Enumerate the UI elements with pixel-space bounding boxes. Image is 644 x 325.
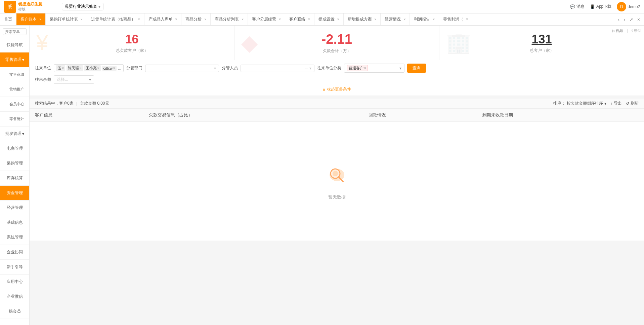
- tab-product-analysis-list-label: 商品分析列表: [215, 16, 239, 22]
- tab-customer-segment[interactable]: 客户分层经营 ×: [248, 13, 285, 26]
- tab-new-promotion[interactable]: 新增提成方案 ×: [344, 13, 381, 26]
- sidebar-retail-label: 零售管理: [5, 57, 22, 63]
- company-select[interactable]: 母婴行业演示账套 ▾: [62, 3, 103, 10]
- remove-tag-wu[interactable]: ×: [62, 66, 64, 70]
- tab-scroll-left[interactable]: ‹: [616, 17, 621, 22]
- filter-tag-wang: 王小亮 ×: [84, 65, 101, 71]
- dept-select[interactable]: ··· ▾: [145, 65, 219, 72]
- col-overdue-info: 欠款交易信息（占比）: [143, 109, 363, 122]
- tab-profit-report[interactable]: 利润报告 ×: [410, 13, 439, 26]
- sidebar-item-retail[interactable]: 零售管理 ▾: [0, 52, 29, 67]
- remove-tag-chen[interactable]: ×: [80, 66, 82, 70]
- dept-label: 分管部门: [126, 65, 142, 71]
- close-icon[interactable]: ×: [466, 17, 468, 21]
- results-amount: 欠款金额 0.00元: [80, 101, 109, 106]
- sidebar-item-finance[interactable]: 资金管理: [0, 186, 29, 201]
- sidebar-item-marketing[interactable]: 营销推广: [0, 82, 29, 97]
- app-download-button[interactable]: 📱 App下载: [590, 4, 611, 9]
- close-icon[interactable]: ×: [175, 17, 177, 21]
- tab-product-purchase[interactable]: 产成品入库单 ×: [144, 13, 182, 26]
- tab-scroll-right[interactable]: ›: [622, 17, 627, 22]
- sidebar-basic-info-label: 基础信息: [7, 220, 23, 225]
- tab-home[interactable]: 首页: [0, 13, 16, 26]
- refresh-button[interactable]: ↺ 刷新: [626, 101, 639, 106]
- close-icon[interactable]: ×: [138, 17, 140, 21]
- export-button[interactable]: ↑ 导出: [610, 101, 622, 106]
- col-payment-status: 回款情况: [363, 109, 477, 122]
- balance-select[interactable]: 选择... ▾: [54, 75, 94, 84]
- sidebar-item-app-center[interactable]: 应用中心: [0, 275, 29, 289]
- person-clear-icon[interactable]: ···: [305, 66, 308, 71]
- unit-type-select[interactable]: 普通客户 × ▾: [344, 64, 404, 73]
- svg-point-3: [333, 171, 338, 176]
- tab-customer-contact[interactable]: 客户联络 ×: [285, 13, 314, 26]
- dept-clear-icon[interactable]: ···: [210, 66, 213, 71]
- sidebar-item-ecommerce[interactable]: 电商管理: [0, 141, 29, 156]
- sidebar-item-vip[interactable]: 畅会员: [0, 304, 29, 319]
- sidebar-item-enterprise[interactable]: 企业协同: [0, 245, 29, 260]
- remove-tag-wang[interactable]: ×: [97, 66, 99, 70]
- close-icon[interactable]: ×: [39, 17, 41, 21]
- tab-expand[interactable]: ⤢: [628, 17, 635, 22]
- sidebar-operations-label: 经营管理: [7, 205, 23, 211]
- tab-retail-profit[interactable]: 零售利润（ ×: [439, 13, 472, 26]
- sidebar-item-quick-nav[interactable]: 快捷导航: [0, 38, 29, 52]
- tab-product-analysis-list[interactable]: 商品分析列表 ×: [211, 13, 248, 26]
- close-icon[interactable]: ×: [204, 17, 206, 21]
- message-button[interactable]: 💬 消息: [570, 4, 585, 9]
- app-icon: 📱: [590, 4, 595, 9]
- video-button[interactable]: ▷ 视频: [612, 28, 623, 33]
- remove-tag-cj[interactable]: ×: [113, 66, 115, 70]
- top-header: 畅 畅捷通好生意 标版 母婴行业演示账套 ▾ 💬 消息 📱 App下载 D de…: [0, 0, 644, 13]
- tab-promotion-settings[interactable]: 提成设置 ×: [314, 13, 344, 26]
- close-icon[interactable]: ×: [403, 17, 405, 21]
- sidebar-item-system[interactable]: 系统管理: [0, 230, 29, 245]
- tab-purchase-stats[interactable]: 进货单统计表（按商品） ×: [87, 13, 144, 26]
- close-icon[interactable]: ×: [81, 17, 83, 21]
- close-icon[interactable]: ×: [242, 17, 244, 21]
- tab-close-all[interactable]: ×: [636, 17, 641, 22]
- tab-operations[interactable]: 经营情况 ×: [381, 13, 410, 26]
- close-icon[interactable]: ×: [337, 17, 339, 21]
- sidebar-item-retail-stats[interactable]: 零售统计: [0, 112, 29, 127]
- tab-product-analysis[interactable]: 商品分析 ×: [181, 13, 211, 26]
- close-icon[interactable]: ×: [279, 17, 281, 21]
- unit-type-chevron-icon: ▾: [399, 66, 401, 71]
- more-tags-button[interactable]: ...: [118, 66, 121, 71]
- sidebar-enterprise-label: 企业协同: [7, 249, 23, 255]
- person-select[interactable]: ··· ▾: [241, 65, 314, 72]
- tab-customers[interactable]: 客户账本 ×: [16, 13, 46, 26]
- sidebar-item-retail-mall[interactable]: 零售商城: [0, 67, 29, 82]
- sort-select[interactable]: 排序： 按欠款金额倒序排序 ▾: [553, 101, 606, 106]
- balance-label: 往来余额: [35, 77, 51, 82]
- sidebar-item-operations[interactable]: 经营管理: [0, 201, 29, 215]
- user-profile[interactable]: D demo2: [617, 2, 640, 11]
- sidebar-item-purchase[interactable]: 采购管理: [0, 156, 29, 171]
- sidebar-item-inventory[interactable]: 库存核算: [0, 171, 29, 186]
- collapse-button[interactable]: ∧ 收起更多条件: [35, 86, 639, 92]
- video-icon: ▷: [612, 29, 615, 33]
- help-button[interactable]: ? 帮助: [631, 28, 641, 33]
- query-button[interactable]: 查询: [407, 64, 426, 73]
- sidebar-item-basic-info[interactable]: 基础信息: [0, 215, 29, 230]
- sidebar-item-member[interactable]: 会员中心: [0, 97, 29, 112]
- sidebar-item-wholesale[interactable]: 批发管理 ▾: [0, 127, 29, 141]
- total-customers-label: 总客户（家）: [530, 48, 554, 53]
- sidebar-item-new-guide[interactable]: 新手引导: [0, 260, 29, 275]
- tag-wang-label: 王小亮: [86, 66, 97, 71]
- close-icon[interactable]: ×: [433, 17, 435, 21]
- content: ¥ 16 总欠款客户（家） ◆ -2.11 欠款合计（万） 🏢 131 总客户（…: [30, 26, 644, 325]
- logo-sub: 标版: [18, 7, 42, 11]
- summary-card-1: ¥ 16 总欠款客户（家）: [30, 26, 234, 60]
- sidebar-item-wechat[interactable]: 企业微信: [0, 289, 29, 304]
- sidebar-vip-label: 畅会员: [9, 309, 21, 314]
- close-icon[interactable]: ×: [375, 17, 377, 21]
- tab-purchase-orders[interactable]: 采购订单统计表 ×: [46, 13, 87, 26]
- company-name: 母婴行业演示账套: [65, 4, 97, 9]
- close-icon[interactable]: ×: [308, 17, 310, 21]
- sidebar-wholesale-label: 批发管理: [5, 131, 22, 137]
- dept-actions: ··· ▾: [210, 66, 216, 71]
- remove-unit-type-tag[interactable]: ×: [364, 66, 366, 70]
- search-input[interactable]: [3, 28, 27, 35]
- tag-chen-label: 陈民强: [68, 66, 79, 71]
